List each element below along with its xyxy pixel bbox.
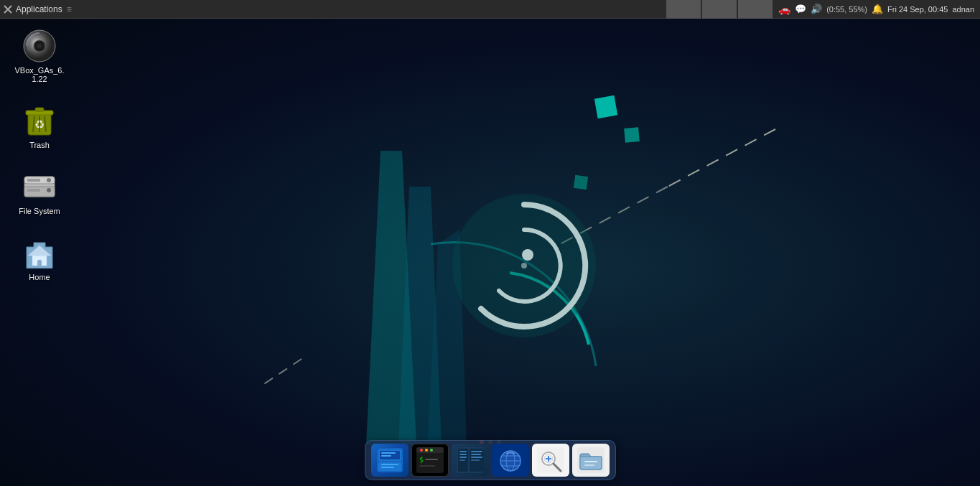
svg-rect-40 — [381, 464, 398, 465]
svg-point-16 — [37, 44, 42, 48]
svg-line-0 — [668, 129, 775, 187]
volume-icon[interactable]: 🔊 — [811, 4, 822, 14]
svg-rect-7 — [624, 127, 640, 143]
username: adnan — [952, 5, 974, 14]
search-icon — [536, 447, 565, 474]
svg-rect-74 — [584, 461, 597, 462]
desktop: Applications ≡ 🚗 💬 🔊 (0:55, 55%) 🔔 Fri 2… — [0, 0, 980, 486]
vbox-cd-image — [22, 29, 57, 63]
svg-rect-19 — [35, 108, 44, 111]
taskbar-browser[interactable] — [492, 444, 529, 477]
svg-rect-38 — [381, 452, 396, 454]
trash-svg: ♻ — [24, 103, 55, 138]
svg-point-49 — [430, 449, 433, 452]
browser-icon — [496, 447, 525, 474]
svg-point-47 — [420, 449, 423, 452]
svg-rect-27 — [27, 179, 40, 182]
vbox-icon[interactable]: VBox_GAs_6.1.22 — [7, 26, 72, 86]
svg-rect-75 — [584, 464, 594, 466]
desktop-icons-container: VBox_GAs_6.1.22 ♻ — [7, 26, 72, 284]
network-icon[interactable]: 🚗 — [778, 4, 790, 15]
svg-rect-58 — [471, 454, 481, 455]
battery-status[interactable]: (0:55, 55%) — [826, 5, 867, 14]
svg-rect-54 — [459, 454, 467, 455]
home-label: Home — [29, 273, 50, 281]
home-svg — [24, 237, 55, 268]
terminal-icon: $ — [416, 447, 444, 474]
svg-marker-4 — [398, 187, 442, 445]
trash-label: Trash — [29, 141, 50, 149]
taskbar: $ — [365, 440, 616, 480]
taskbar-files[interactable] — [572, 444, 610, 477]
chat-icon[interactable]: 💬 — [795, 4, 806, 14]
top-panel: Applications ≡ 🚗 💬 🔊 (0:55, 55%) 🔔 Fri 2… — [0, 0, 980, 19]
svg-rect-32 — [37, 261, 42, 266]
workspace-btn-2[interactable] — [702, 0, 737, 19]
svg-line-1 — [560, 187, 668, 244]
svg-marker-3 — [366, 151, 416, 445]
svg-point-9 — [522, 249, 533, 261]
svg-rect-56 — [459, 459, 465, 461]
svg-point-28 — [47, 178, 51, 182]
filesystem-icon[interactable]: File System — [7, 167, 72, 218]
workspace-btn-1[interactable] — [666, 0, 701, 19]
filesystem-svg — [23, 172, 56, 201]
svg-point-10 — [521, 263, 527, 268]
taskbar-terminal[interactable]: $ — [411, 444, 449, 477]
x-logo-icon — [3, 4, 13, 14]
filesystem-image — [22, 169, 57, 204]
taskbar-search[interactable] — [532, 444, 569, 477]
taskbar-filemanager[interactable] — [452, 444, 489, 477]
svg-rect-55 — [459, 457, 467, 458]
debian-art-background — [237, 43, 811, 467]
svg-point-29 — [47, 188, 51, 192]
datetime: Fri 24 Sep, 00:45 — [887, 5, 948, 14]
svg-rect-41 — [381, 467, 394, 468]
taskbar-xfce[interactable] — [371, 444, 409, 477]
panel-left: Applications ≡ — [0, 4, 72, 14]
svg-rect-45 — [425, 459, 438, 460]
xfce-icon — [375, 447, 404, 474]
trash-icon[interactable]: ♻ Trash — [7, 101, 72, 152]
filesystem-label: File System — [19, 207, 60, 215]
svg-rect-59 — [471, 457, 482, 458]
svg-line-2 — [258, 359, 302, 388]
cd-svg — [23, 29, 56, 62]
svg-rect-60 — [471, 459, 480, 461]
svg-rect-8 — [574, 175, 588, 190]
panel-workspace-buttons — [666, 0, 773, 19]
notification-icon[interactable]: 🔔 — [872, 4, 883, 14]
svg-point-11 — [452, 194, 596, 337]
applications-menu[interactable]: Applications — [16, 4, 62, 14]
trash-image: ♻ — [22, 103, 57, 138]
svg-rect-46 — [419, 465, 435, 467]
svg-rect-30 — [27, 189, 40, 192]
panel-separator: ≡ — [67, 4, 72, 14]
filemanager-icon — [456, 447, 485, 474]
svg-rect-57 — [471, 451, 482, 452]
panel-systray: 🚗 💬 🔊 (0:55, 55%) 🔔 Fri 24 Sep, 00:45 ad… — [778, 4, 974, 15]
svg-text:$: $ — [419, 456, 424, 464]
workspace-btn-3[interactable] — [738, 0, 773, 19]
svg-rect-53 — [459, 451, 467, 452]
svg-marker-5 — [427, 230, 467, 445]
svg-rect-6 — [594, 95, 617, 118]
svg-rect-39 — [381, 455, 391, 457]
home-image — [22, 235, 57, 270]
home-icon[interactable]: Home — [7, 233, 72, 284]
vbox-label: VBox_GAs_6.1.22 — [14, 66, 64, 83]
svg-point-48 — [425, 449, 428, 452]
files-icon — [577, 447, 605, 474]
panel-right: 🚗 💬 🔊 (0:55, 55%) 🔔 Fri 24 Sep, 00:45 ad… — [666, 0, 980, 19]
